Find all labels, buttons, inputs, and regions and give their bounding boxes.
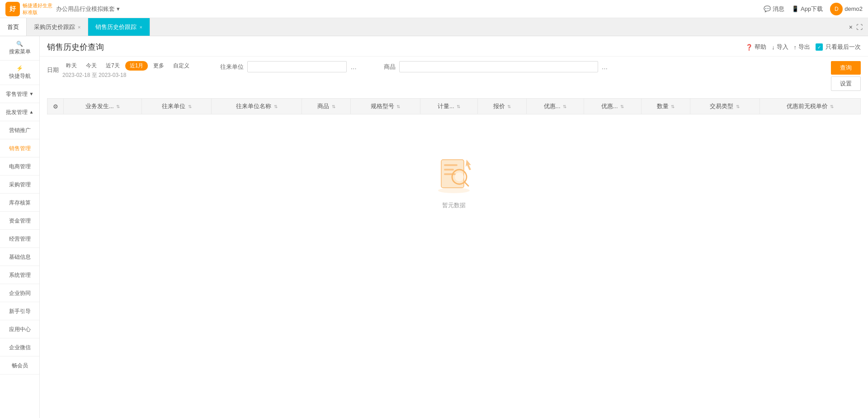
date-btn-more[interactable]: 更多: [150, 61, 168, 71]
logo-text: 畅捷通好生意 标准版: [23, 2, 52, 15]
only-last-checkbox-area[interactable]: ✓ 只看最后一次: [816, 43, 861, 51]
query-button[interactable]: 查询: [831, 61, 861, 75]
nav-icon: ⚡: [2, 65, 38, 71]
topbar-left: 好 畅捷通好生意 标准版 办公用品行业模拟账套 ▾: [5, 2, 120, 16]
settings-button[interactable]: 设置: [831, 76, 861, 91]
sidebar-item-guide[interactable]: 新手引导: [0, 302, 39, 320]
table-col-pretax-price[interactable]: 优惠前无税单价 ⇅: [760, 99, 860, 114]
export-button[interactable]: ↑ 导出: [794, 43, 811, 51]
goods-filter-group: 商品 ...: [384, 61, 608, 72]
partner-filter-group: 往来单位 ...: [220, 61, 356, 72]
sidebar-item-basic-info[interactable]: 基础信息: [0, 248, 39, 266]
sort-icon: ⇅: [671, 104, 675, 109]
app-download-button[interactable]: 📱 App下载: [792, 5, 823, 13]
sort-icon: ⇅: [620, 104, 624, 109]
sidebar-item-purchase[interactable]: 采购管理: [0, 176, 39, 194]
table-col-unit[interactable]: 计量... ⇅: [420, 99, 478, 114]
import-icon: ↓: [772, 44, 775, 51]
empty-state: 暂元数据: [47, 114, 861, 246]
date-btn-7days[interactable]: 近7天: [102, 61, 123, 71]
sales-history-tab-label: 销售历史价跟踪: [95, 23, 137, 31]
sort-icon: ⇅: [563, 104, 566, 109]
sidebar-item-app-center[interactable]: 应用中心: [0, 320, 39, 338]
sidebar-item-member[interactable]: 畅会员: [0, 356, 39, 375]
date-label: 日期: [47, 66, 59, 74]
svg-line-7: [464, 182, 468, 186]
main-layout: 🔍 搜索菜单 ⚡ 快捷导航 零售管理 ▼ 批发管理 ▲ 营销推广 销售管理 电商…: [0, 36, 868, 418]
data-table: ⚙ 业务发生... ⇅ 往来单位 ⇅ 往来单位名称: [47, 98, 861, 114]
sidebar-item-system[interactable]: 系统管理: [0, 266, 39, 284]
help-button[interactable]: ❓ 帮助: [745, 43, 766, 51]
table-col-biz-date[interactable]: 业务发生... ⇅: [64, 99, 142, 114]
svg-rect-3: [444, 169, 454, 171]
sidebar-item-quick-nav[interactable]: ⚡ 快捷导航: [0, 61, 39, 85]
sidebar-item-retail-mgmt[interactable]: 零售管理 ▼: [0, 85, 39, 103]
table-col-price[interactable]: 报价 ⇅: [478, 99, 527, 114]
gear-icon[interactable]: ⚙: [53, 103, 58, 110]
table-col-goods[interactable]: 商品 ⇅: [302, 99, 351, 114]
table-col-discount2[interactable]: 优惠... ⇅: [584, 99, 641, 114]
table-col-discount1[interactable]: 优惠... ⇅: [526, 99, 584, 114]
sidebar-item-ecommerce[interactable]: 电商管理: [0, 157, 39, 176]
import-button[interactable]: ↓ 导入: [772, 43, 788, 51]
close-sales-history-tab[interactable]: ×: [139, 24, 142, 30]
sidebar-item-operations[interactable]: 经营管理: [0, 230, 39, 248]
home-tab-label: 首页: [7, 23, 19, 31]
page-actions: ❓ 帮助 ↓ 导入 ↑ 导出 ✓ 只看最后一次: [745, 43, 861, 51]
help-icon: ❓: [745, 44, 753, 51]
partner-dots-button[interactable]: ...: [350, 63, 356, 71]
page-container: 销售历史价查询 ❓ 帮助 ↓ 导入 ↑ 导出 ✓: [40, 36, 868, 418]
filter-section: 日期 昨天 今天 近7天 近1月 更多 自定义 2023-02-18 至 202…: [40, 57, 868, 98]
close-all-tabs-button[interactable]: ×: [849, 24, 853, 31]
date-btn-1month[interactable]: 近1月: [125, 61, 148, 71]
date-btn-yesterday[interactable]: 昨天: [62, 61, 80, 71]
date-btn-today[interactable]: 今天: [82, 61, 100, 71]
date-btn-custom[interactable]: 自定义: [170, 61, 193, 71]
fullscreen-button[interactable]: ⛶: [856, 24, 863, 31]
table-col-partner-name[interactable]: 往来单位名称 ⇅: [212, 99, 302, 114]
table-col-partner-code[interactable]: 往来单位 ⇅: [142, 99, 212, 114]
sidebar-item-inventory[interactable]: 库存核算: [0, 194, 39, 212]
page-header: 销售历史价查询 ❓ 帮助 ↓ 导入 ↑ 导出 ✓: [40, 36, 868, 57]
tab-purchase-history[interactable]: 采购历史价跟踪 ×: [27, 18, 88, 36]
table-col-gear: ⚙: [47, 99, 64, 114]
chevron-down-icon[interactable]: ▾: [117, 5, 120, 12]
partner-input[interactable]: [247, 61, 347, 72]
tabbar-actions: × ⛶: [844, 18, 868, 36]
table-col-trade-type[interactable]: 交易类型 ⇅: [690, 99, 760, 114]
purchase-history-tab-label: 采购历史价跟踪: [34, 23, 75, 31]
topbar: 好 畅捷通好生意 标准版 办公用品行业模拟账套 ▾ 💬 消息 📱 App下载 D…: [0, 0, 868, 18]
sort-icon: ⇅: [736, 104, 740, 109]
sidebar-item-wechat[interactable]: 企业微信: [0, 338, 39, 356]
page-title: 销售历史价查询: [47, 42, 104, 52]
tab-sales-history[interactable]: 销售历史价跟踪 ×: [88, 18, 150, 36]
filter-row-1: 日期 昨天 今天 近7天 近1月 更多 自定义 2023-02-18 至 202…: [47, 61, 861, 91]
goods-input[interactable]: [399, 61, 598, 72]
sort-icon: ⇅: [457, 104, 460, 109]
table-col-quantity[interactable]: 数量 ⇅: [641, 99, 690, 114]
close-purchase-history-tab[interactable]: ×: [78, 24, 80, 30]
sidebar-item-marketing[interactable]: 营销推广: [0, 121, 39, 139]
sidebar-item-wholesale-mgmt[interactable]: 批发管理 ▲: [0, 103, 39, 121]
goods-label: 商品: [384, 63, 396, 71]
partner-label: 往来单位: [220, 63, 244, 71]
message-button[interactable]: 💬 消息: [764, 5, 784, 13]
content-area: 销售历史价查询 ❓ 帮助 ↓ 导入 ↑ 导出 ✓: [40, 36, 868, 418]
only-last-checkbox[interactable]: ✓: [816, 43, 823, 51]
goods-dots-button[interactable]: ...: [602, 63, 608, 71]
sidebar-item-search-menu[interactable]: 🔍 搜索菜单: [0, 36, 39, 61]
sidebar-item-finance[interactable]: 资金管理: [0, 212, 39, 230]
chevron-down-icon: ▼: [29, 91, 34, 96]
date-buttons: 昨天 今天 近7天 近1月 更多 自定义: [62, 61, 193, 71]
sidebar-item-enterprise[interactable]: 企业协同: [0, 284, 39, 302]
table-col-spec[interactable]: 规格型号 ⇅: [351, 99, 420, 114]
sort-icon: ⇅: [188, 104, 192, 109]
sort-icon: ⇅: [274, 104, 278, 109]
sidebar-item-sales-mgmt[interactable]: 销售管理: [0, 139, 39, 157]
sort-icon: ⇅: [830, 104, 834, 109]
tab-home[interactable]: 首页: [0, 18, 27, 36]
user-menu[interactable]: D demo2: [830, 3, 863, 15]
table-container: ⚙ 业务发生... ⇅ 往来单位 ⇅ 往来单位名称: [40, 98, 868, 246]
phone-icon: 📱: [792, 5, 799, 12]
export-icon: ↑: [794, 44, 797, 51]
